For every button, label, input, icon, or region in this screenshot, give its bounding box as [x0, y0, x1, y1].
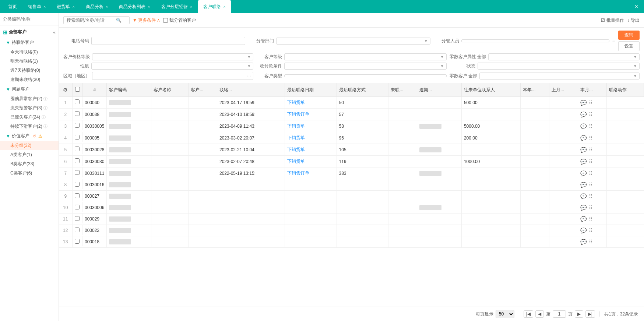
contact-icon[interactable]: 💬	[580, 159, 587, 165]
first-page-btn[interactable]: |◀	[524, 310, 533, 318]
sidebar-item-class-b[interactable]: B类客户(33)	[0, 159, 59, 169]
tab-home[interactable]: 首页	[3, 0, 22, 13]
sidebar-item-today[interactable]: 今天待联络(0)	[0, 47, 59, 57]
more-action-icon[interactable]: ⠿	[589, 216, 592, 222]
more-conditions-btn[interactable]: ▼ 更多条件 ∧	[133, 17, 160, 24]
more-action-icon[interactable]: ⠿	[589, 135, 592, 141]
sidebar-item-7days[interactable]: 近7天待联络(0)	[0, 66, 59, 75]
contact-icon[interactable]: 💬	[580, 216, 587, 222]
sidebar-item-abnormal[interactable]: 囤购异常客户(2) ⓘ	[0, 94, 59, 103]
last-method-link[interactable]: 下销货单	[287, 147, 305, 152]
row-checkbox[interactable]	[75, 227, 80, 232]
row-checkbox[interactable]	[75, 193, 80, 198]
contact-icon[interactable]: 💬	[580, 147, 587, 153]
payment-select[interactable]: ▼	[284, 63, 446, 70]
price-level-select[interactable]: ▼	[92, 53, 253, 60]
sidebar-all-customers[interactable]: ⊞ 全部客户 «	[0, 27, 59, 38]
tab-customer-contact-close[interactable]: ×	[223, 4, 225, 9]
row-checkbox[interactable]	[75, 123, 80, 128]
sidebar-item-class-c[interactable]: C类客户(6)	[0, 169, 59, 178]
tab-customer-contact[interactable]: 客户联络 ×	[198, 0, 230, 13]
tab-sales-close[interactable]: ×	[43, 4, 46, 9]
row-checkbox[interactable]	[75, 147, 80, 151]
export-btn[interactable]: ↓ 导出	[627, 17, 640, 24]
last-method-link[interactable]: 下销货单	[287, 135, 305, 140]
sidebar-item-ungrouped[interactable]: 未分组(32)	[0, 141, 59, 150]
more-action-icon[interactable]: ⠿	[589, 205, 592, 211]
row-checkbox[interactable]	[75, 182, 80, 187]
col-unit-contact[interactable]: 往来单位联系人	[461, 83, 521, 97]
table-settings-btn[interactable]: ⚙	[62, 86, 68, 94]
sidebar-item-churned[interactable]: 已流失客户(24) ⓘ	[0, 113, 59, 122]
region-more-icon[interactable]: ···	[247, 73, 251, 78]
row-checkbox[interactable]	[75, 216, 80, 221]
contact-icon[interactable]: 💬	[580, 170, 587, 176]
sidebar-item-tomorrow[interactable]: 明天待联络(1)	[0, 57, 59, 66]
tab-customer-segment[interactable]: 客户分层经营 ×	[156, 0, 197, 13]
contact-icon[interactable]: 💬	[580, 227, 587, 233]
more-action-icon[interactable]: ⠿	[589, 100, 592, 106]
next-page-btn[interactable]: ▶	[575, 310, 583, 318]
contact-icon[interactable]: 💬	[580, 182, 587, 188]
close-all-tabs[interactable]: ×	[632, 2, 641, 11]
col-this-month[interactable]: 本月...	[578, 83, 607, 97]
row-checkbox[interactable]	[75, 239, 80, 244]
customer-search-input[interactable]	[67, 18, 115, 23]
tab-purchase-close[interactable]: ×	[72, 4, 74, 9]
col-overdue[interactable]: 逾期...	[417, 83, 462, 97]
contact-icon[interactable]: 💬	[580, 123, 587, 129]
staff-select[interactable]	[461, 39, 609, 42]
customer-level-select[interactable]: ▼	[284, 53, 446, 60]
query-button[interactable]: 查询	[618, 31, 640, 40]
more-action-icon[interactable]: ⠿	[589, 182, 592, 188]
col-last-method[interactable]: 最后联络方式	[337, 83, 388, 97]
last-page-btn[interactable]: ▶|	[585, 310, 595, 318]
phone-input[interactable]	[91, 37, 245, 45]
row-checkbox[interactable]	[75, 205, 80, 209]
col-contact[interactable]: 联络...	[217, 83, 285, 97]
more-action-icon[interactable]: ⠿	[589, 123, 592, 129]
contact-icon[interactable]: 💬	[580, 135, 587, 141]
contact-icon[interactable]: 💬	[580, 205, 587, 211]
last-method-link[interactable]: 下销售订单	[287, 170, 309, 176]
status-select[interactable]: ▼	[478, 63, 640, 70]
more-action-icon[interactable]: ⠿	[589, 193, 592, 199]
sidebar-item-class-a[interactable]: A类客户(1)	[0, 150, 59, 159]
col-last-date[interactable]: 最后联络日期	[285, 83, 337, 97]
sidebar-group-problem[interactable]: ▼ 问题客户	[0, 84, 59, 94]
dept-select[interactable]: ▼	[276, 38, 430, 45]
customer-type-select[interactable]	[284, 74, 446, 77]
tab-product-analysis-list[interactable]: 商品分析列表 ×	[114, 0, 155, 13]
contact-icon[interactable]: 💬	[580, 193, 587, 199]
per-page-select[interactable]: 50 20 100	[496, 310, 514, 318]
batch-ops-btn[interactable]: ☑ 批量操作	[601, 17, 624, 24]
staff-more-icon[interactable]: ···	[612, 38, 615, 43]
row-checkbox[interactable]	[75, 99, 80, 104]
last-method-link[interactable]: 下销货单	[287, 100, 305, 105]
col-not-contact[interactable]: 未联...	[388, 83, 417, 97]
retail-customer-select[interactable]: ▼	[479, 73, 640, 80]
value-refresh-icon[interactable]: ↺	[32, 134, 36, 139]
tab-product-analysis-close[interactable]: ×	[106, 4, 108, 9]
search-icon[interactable]: 🔍	[116, 18, 122, 23]
tab-customer-segment-close[interactable]: ×	[190, 4, 192, 9]
col-this-year[interactable]: 本年...	[521, 83, 549, 97]
sidebar-search-input[interactable]	[3, 17, 58, 22]
sidebar-item-declining[interactable]: 持续下滑客户(2) ⓘ	[0, 122, 59, 131]
prev-page-btn[interactable]: ◀	[535, 310, 544, 318]
contact-icon[interactable]: 💬	[580, 112, 587, 117]
contact-icon[interactable]: 💬	[580, 100, 587, 106]
row-checkbox[interactable]	[75, 170, 80, 175]
more-action-icon[interactable]: ⠿	[589, 239, 592, 245]
sidebar-group-pending[interactable]: ▼ 待联络客户	[0, 38, 59, 47]
nature-select[interactable]: ▼	[91, 63, 253, 70]
select-all-checkbox[interactable]	[75, 87, 80, 92]
more-action-icon[interactable]: ⠿	[589, 112, 592, 117]
more-action-icon[interactable]: ⠿	[589, 159, 592, 165]
col-cust-type[interactable]: 客户...	[189, 83, 217, 97]
more-action-icon[interactable]: ⠿	[589, 147, 592, 153]
last-method-link[interactable]: 下销货单	[287, 159, 305, 164]
tab-product-list-close[interactable]: ×	[148, 4, 150, 9]
my-customers-check[interactable]	[163, 18, 168, 23]
page-input[interactable]	[553, 310, 566, 318]
